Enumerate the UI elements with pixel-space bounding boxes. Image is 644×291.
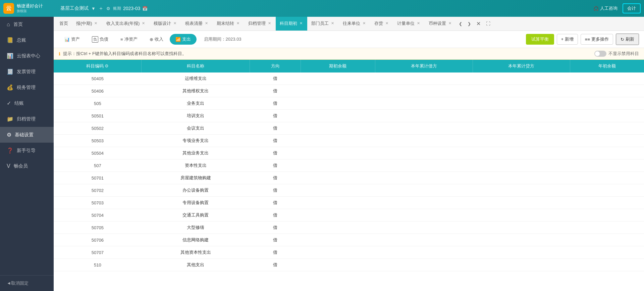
tab-close-icon[interactable]: ✕ [362, 21, 366, 26]
tab-template[interactable]: 模版设计 ✕ [150, 17, 181, 31]
refresh-icon: ↻ [621, 37, 624, 42]
tab-nav-prev-icon[interactable]: ❮ [456, 19, 465, 28]
tab-close-icon[interactable]: ✕ [235, 21, 240, 26]
cell-name: 运维维支出 [142, 72, 250, 85]
table-row[interactable]: 505 业务支出 借 [54, 97, 644, 110]
tab-close-icon[interactable]: ✕ [267, 21, 272, 26]
calendar-icon[interactable]: 📅 [142, 6, 148, 11]
cell-code: 50406 [54, 85, 142, 97]
company-dropdown-icon[interactable]: ▼ [91, 6, 96, 11]
filter-tab-liability[interactable]: 负 负债 [86, 34, 114, 45]
sidebar-item-archive[interactable]: 📁 归档管理 [0, 111, 54, 127]
app-name: 畅捷通好会计 [17, 3, 43, 9]
tab-period-end[interactable]: 期末结转 ✕ [213, 17, 244, 31]
account-button[interactable]: 会计 [623, 3, 641, 13]
table-row[interactable]: 50502 会议支出 借 [54, 122, 644, 135]
sidebar-item-report[interactable]: 📊 云报表中心 [0, 48, 54, 64]
table-row[interactable]: 50706 信息网络购建 借 [54, 234, 644, 246]
sidebar-item-ledger[interactable]: 📒 总账 [0, 32, 54, 48]
table-row[interactable]: 50704 交通工具购置 借 [54, 209, 644, 222]
cell-qcye [301, 72, 375, 85]
table-row[interactable]: 50705 大型修缮 借 [54, 222, 644, 234]
tab-inventory[interactable]: 存货 ✕ [370, 17, 393, 31]
cell-bnljdf [473, 147, 570, 159]
trial-balance-button[interactable]: 试算平衡 [526, 34, 554, 45]
cell-bnljjf [375, 234, 473, 246]
cell-ncye [570, 122, 644, 135]
tab-year-report[interactable]: 收入支出表(年报) ✕ [102, 17, 150, 31]
company-name: 基层工会测试 [60, 5, 89, 11]
sidebar-item-checkout[interactable]: ✓ 结账 [0, 95, 54, 111]
tab-expand-icon[interactable]: ⛶ [483, 19, 493, 28]
cell-bnljdf [473, 85, 570, 97]
tab-close-icon[interactable]: ✕ [384, 21, 389, 26]
tab-unit[interactable]: 计量单位 ✕ [393, 17, 425, 31]
sidebar-item-invoice[interactable]: 🧾 发票管理 [0, 64, 54, 80]
sidebar-item-home[interactable]: ⌂ 首页 [0, 17, 54, 32]
toggle-disabled-label: 不显示禁用科目 [608, 51, 639, 57]
sidebar-item-tax[interactable]: 💰 税务管理 [0, 80, 54, 95]
logo-area: 云 畅捷通好会计 旗舰版 [3, 3, 57, 14]
sidebar-item-member[interactable]: V 畅会员 [0, 158, 54, 174]
filter-tab-asset[interactable]: 📊 资产 [59, 34, 86, 45]
tab-close-icon[interactable]: ✕ [416, 21, 421, 26]
filter-tab-equity[interactable]: ≡ 净资产 [115, 34, 143, 45]
table-row[interactable]: 50702 办公设备购置 借 [54, 184, 644, 197]
cell-direction: 借 [250, 222, 301, 234]
ledger-icon: 📒 [7, 37, 13, 43]
table-row[interactable]: 50707 其他资本性支出 借 [54, 246, 644, 259]
tab-currency[interactable]: 币种设置 ✕ [425, 17, 456, 31]
ai-consult-button[interactable]: 🎧 人工咨询 [593, 5, 618, 11]
tab-close-icon[interactable]: ✕ [447, 21, 452, 26]
tab-close-all-icon[interactable]: ✕ [474, 18, 483, 29]
tab-dept-staff[interactable]: 部门员工 ✕ [307, 17, 339, 31]
column-settings-icon[interactable]: ⚙ [105, 63, 109, 68]
table-row[interactable]: 50501 培训支出 借 [54, 110, 644, 122]
cell-direction: 借 [250, 209, 301, 222]
table-row[interactable]: 510 其他支出 借 [54, 259, 644, 271]
tab-home[interactable]: 首页 [55, 17, 72, 31]
table-row[interactable]: 50701 房屋建筑物购建 借 [54, 172, 644, 184]
tab-subject-init[interactable]: 科目期初 ✕ [276, 17, 307, 31]
tab-mid-report[interactable]: 报(中期) ✕ [72, 17, 102, 31]
tab-close-icon[interactable]: ✕ [172, 21, 177, 26]
cell-ncye [570, 259, 644, 271]
table-row[interactable]: 507 资本性支出 借 [54, 159, 644, 172]
tab-close-icon[interactable]: ✕ [141, 21, 146, 26]
sidebar-item-guide[interactable]: ❓ 新手引导 [0, 143, 54, 158]
tab-close-icon[interactable]: ✕ [204, 21, 209, 26]
action-bar: 试算平衡 + 新增 ≡≡ 更多操作 ↻ 刷新 [526, 34, 639, 45]
filter-tab-income[interactable]: ⊕ 收入 [144, 34, 169, 45]
filter-tab-expense[interactable]: 📶 支出 [170, 34, 197, 45]
tab-contacts[interactable]: 往来单位 ✕ [339, 17, 370, 31]
table-row[interactable]: 50703 专用设备购置 借 [54, 197, 644, 209]
more-actions-button[interactable]: ≡≡ 更多操作 [581, 34, 613, 45]
tax-icon: 💰 [7, 84, 13, 91]
table-row[interactable]: 50503 专项业务支出 借 [54, 135, 644, 147]
toggle-disabled-switch[interactable] [594, 51, 606, 57]
table-row[interactable]: 50406 其他维权支出 借 [54, 85, 644, 97]
tab-close-icon[interactable]: ✕ [94, 21, 98, 26]
tab-nav-next-icon[interactable]: ❯ [465, 19, 474, 28]
tab-close-icon[interactable]: ✕ [299, 21, 303, 26]
tab-tax-list[interactable]: 税表清册 ✕ [181, 17, 213, 31]
cell-qcye [301, 147, 375, 159]
add-company-icon[interactable]: ＋ [98, 5, 104, 12]
table-row[interactable]: 50504 其他业务支出 借 [54, 147, 644, 159]
notice-bar: ℹ 提示：按Ctrl + F键并输入科目编码或者科目名称可以查找科目。 不显示禁… [54, 48, 644, 60]
cell-bnljdf [473, 184, 570, 197]
tab-archive[interactable]: 归档管理 ✕ [244, 17, 276, 31]
add-button[interactable]: + 新增 [557, 34, 578, 45]
company-settings-icon[interactable]: ⚙ [106, 6, 110, 11]
cell-bnljjf [375, 159, 473, 172]
cell-qcye [301, 159, 375, 172]
tab-close-icon[interactable]: ✕ [330, 21, 335, 26]
sidebar-item-settings[interactable]: ⚙ 基础设置 [0, 127, 54, 143]
sidebar-collapse-button[interactable]: ◄取消固定 [0, 275, 54, 291]
sidebar-item-label: 结账 [14, 100, 24, 106]
refresh-button[interactable]: ↻ 刷新 [616, 34, 639, 45]
cell-name: 培训支出 [142, 110, 250, 122]
table-row[interactable]: 50405 运维维支出 借 [54, 72, 644, 85]
cell-bnljjf [375, 184, 473, 197]
cell-direction: 借 [250, 246, 301, 259]
